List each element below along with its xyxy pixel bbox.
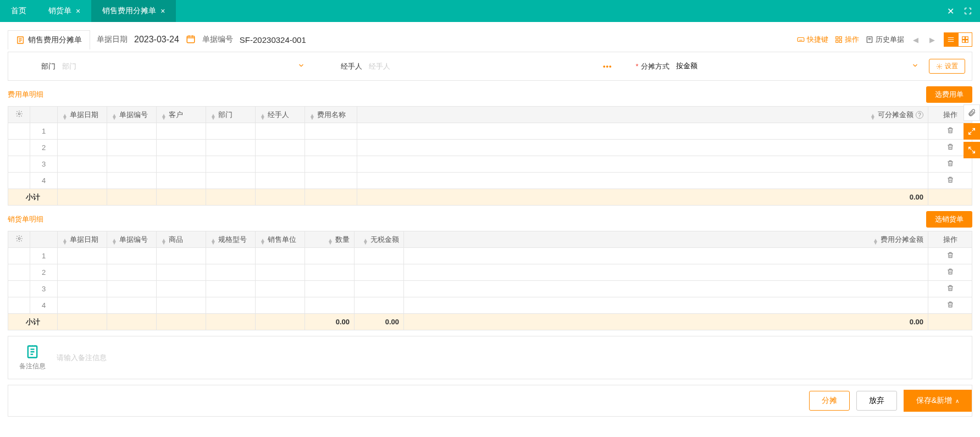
document-icon <box>16 36 25 45</box>
remarks-label: 备注信息 <box>19 362 46 371</box>
trash-icon[interactable] <box>946 161 954 169</box>
operator-label: 经手人 <box>324 62 368 71</box>
form-row: 部门 经手人 ••• 分摊方式 <box>8 52 972 81</box>
view-list-button[interactable] <box>944 32 958 47</box>
svg-point-13 <box>18 113 20 115</box>
col-unit[interactable]: ▲▼销售单位 <box>256 231 305 248</box>
tab-sales-order[interactable]: 销货单× <box>37 0 91 22</box>
col-feename[interactable]: ▲▼费用名称 <box>305 107 357 123</box>
date-label: 单据日期 <box>97 35 128 45</box>
trash-icon[interactable] <box>946 285 954 294</box>
col-qty[interactable]: ▲▼数量 <box>305 231 355 248</box>
document-header: 销售费用分摊单 单据日期 2023-03-24 单据编号 SF-20230324… <box>8 27 972 52</box>
side-rail <box>964 104 980 158</box>
table-row[interactable]: 3 <box>8 156 972 173</box>
row-number: 1 <box>30 248 58 264</box>
col-notax[interactable]: ▲▼无税金额 <box>355 231 404 248</box>
col-fee-alloc[interactable]: ▲▼费用分摊金额 <box>404 231 928 248</box>
trash-icon[interactable] <box>946 144 954 152</box>
col-operator[interactable]: ▲▼经手人 <box>256 107 305 123</box>
expand-button[interactable] <box>964 123 980 140</box>
prev-doc-arrow[interactable]: ◀ <box>911 36 921 44</box>
table-row[interactable]: 1 <box>8 123 972 140</box>
subtotal-qty: 0.00 <box>305 314 355 330</box>
discard-button[interactable]: 放弃 <box>856 391 897 411</box>
chevron-down-icon[interactable] <box>297 62 305 71</box>
trash-icon[interactable] <box>946 252 954 261</box>
col-alloc-amount[interactable]: ▲▼可分摊金额? <box>357 107 928 123</box>
subtotal-value: 0.00 <box>357 189 928 206</box>
row-number: 3 <box>30 281 58 297</box>
svg-rect-8 <box>962 37 965 40</box>
allocate-button[interactable]: 分摊 <box>809 391 850 411</box>
table-row[interactable]: 4 <box>8 297 972 314</box>
select-sales-bill-button[interactable]: 选销货单 <box>926 211 972 228</box>
trash-icon[interactable] <box>946 302 954 310</box>
chevron-down-icon[interactable] <box>911 62 919 71</box>
dept-input[interactable] <box>62 62 297 70</box>
top-tab-bar: 首页 销货单× 销售费用分摊单× ✕ <box>0 0 980 22</box>
operations-link[interactable]: 操作 <box>835 35 859 45</box>
row-number: 2 <box>30 264 58 281</box>
svg-rect-10 <box>962 40 965 43</box>
ellipsis-icon[interactable]: ••• <box>603 62 612 70</box>
history-icon <box>866 36 873 43</box>
next-doc-arrow[interactable]: ▶ <box>927 36 937 44</box>
expand-icon <box>967 146 976 154</box>
alloc-method-label: 分摊方式 <box>631 62 675 71</box>
close-icon[interactable]: × <box>76 7 80 15</box>
fee-detail-title: 费用单明细 <box>8 90 43 99</box>
gear-icon[interactable] <box>15 111 23 119</box>
help-icon[interactable]: ? <box>916 111 923 119</box>
svg-rect-4 <box>839 37 841 39</box>
svg-rect-9 <box>966 37 968 40</box>
history-link[interactable]: 历史单据 <box>866 35 904 45</box>
col-customer[interactable]: ▲▼客户 <box>157 107 206 123</box>
col-product[interactable]: ▲▼商品 <box>157 231 206 248</box>
close-window-button[interactable]: ✕ <box>943 3 958 19</box>
col-date[interactable]: ▲▼单据日期 <box>58 107 107 123</box>
tab-home[interactable]: 首页 <box>0 0 37 22</box>
subtotal-label: 小计 <box>8 314 58 330</box>
table-row[interactable]: 3 <box>8 281 972 297</box>
table-row[interactable]: 4 <box>8 173 972 189</box>
row-number: 4 <box>30 297 58 314</box>
table-row[interactable]: 2 <box>8 264 972 281</box>
svg-point-12 <box>938 65 940 67</box>
settings-button[interactable]: 设置 <box>929 59 965 74</box>
document-type-tab[interactable]: 销售费用分摊单 <box>8 30 90 49</box>
view-grid-button[interactable] <box>958 32 972 47</box>
alloc-method-input[interactable] <box>676 62 911 70</box>
trash-icon[interactable] <box>946 269 954 277</box>
col-dept[interactable]: ▲▼部门 <box>206 107 256 123</box>
fee-detail-table: ▲▼单据日期 ▲▼单据编号 ▲▼客户 ▲▼部门 ▲▼经手人 ▲▼费用名称 ▲▼可… <box>8 106 972 206</box>
trash-icon[interactable] <box>946 177 954 185</box>
svg-rect-1 <box>187 36 195 42</box>
subtotal-label: 小计 <box>8 189 58 206</box>
doc-number-value: SF-20230324-001 <box>240 35 306 45</box>
remarks-block: 备注信息 <box>8 336 972 379</box>
col-num[interactable]: ▲▼单据编号 <box>107 231 157 248</box>
save-and-new-button[interactable]: 保存&新增∧ <box>904 390 972 412</box>
table-row[interactable]: 2 <box>8 140 972 156</box>
attachment-button[interactable] <box>964 104 980 121</box>
date-value[interactable]: 2023-03-24 <box>134 35 179 45</box>
shortcut-link[interactable]: 快捷键 <box>797 35 828 45</box>
notes-icon <box>25 344 40 359</box>
select-fee-bill-button[interactable]: 选费用单 <box>926 86 972 103</box>
col-num[interactable]: ▲▼单据编号 <box>107 107 157 123</box>
tab-sales-fee-allocation[interactable]: 销售费用分摊单× <box>91 0 176 22</box>
sales-detail-table: ▲▼单据日期 ▲▼单据编号 ▲▼商品 ▲▼规格型号 ▲▼销售单位 ▲▼数量 ▲▼… <box>8 231 972 330</box>
col-date[interactable]: ▲▼单据日期 <box>58 231 107 248</box>
remarks-input[interactable] <box>57 344 961 371</box>
fullscreen-button[interactable] <box>960 3 976 19</box>
gear-icon[interactable] <box>15 236 23 244</box>
close-icon[interactable]: × <box>160 7 165 15</box>
operator-input[interactable] <box>369 62 603 70</box>
expand-button-2[interactable] <box>964 142 980 158</box>
svg-rect-2 <box>798 38 804 42</box>
col-spec[interactable]: ▲▼规格型号 <box>206 231 256 248</box>
table-row[interactable]: 1 <box>8 248 972 264</box>
trash-icon[interactable] <box>946 128 954 136</box>
calendar-icon[interactable] <box>186 34 196 46</box>
